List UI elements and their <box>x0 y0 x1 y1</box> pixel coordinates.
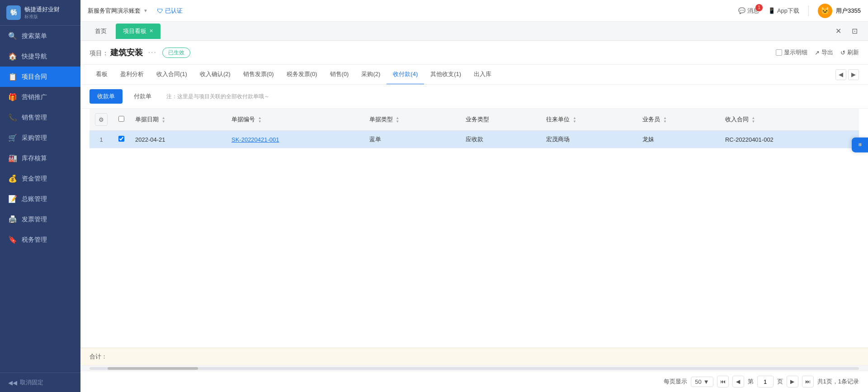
select-all-checkbox[interactable] <box>118 116 124 122</box>
sort-doc-no[interactable]: ▲▼ <box>258 116 262 124</box>
scrollbar-track[interactable] <box>90 367 859 370</box>
col-doc-no[interactable]: 单据编号 ▲▼ <box>226 109 364 131</box>
topbar: 新服务官网演示账套 ▼ 🛡 已认证 💬 消息 1 📱 App下载 🐱 用户335… <box>80 0 868 22</box>
sub-tab-profit[interactable]: 盈利分析 <box>114 65 150 85</box>
user-menu[interactable]: 🐱 用户3355 <box>818 4 861 18</box>
refresh-button[interactable]: ↺ 刷新 <box>840 48 859 57</box>
message-badge: 1 <box>755 4 763 11</box>
next-page-button[interactable]: ▶ <box>787 376 798 387</box>
last-page-button[interactable]: ⏭ <box>802 376 814 387</box>
sub-tab-sales[interactable]: 销售(0) <box>324 65 355 85</box>
sub-tab-sales-invoice[interactable]: 销售发票(0) <box>237 65 280 85</box>
prev-page-button[interactable]: ◀ <box>732 376 744 387</box>
sidebar-item-tax-mgmt[interactable]: 🔖 税务管理 <box>0 229 80 250</box>
sub-tab-board[interactable]: 看板 <box>90 65 114 85</box>
dropdown-arrow: ▼ <box>703 378 709 385</box>
sub-tab-receipt[interactable]: 收付款(4) <box>387 65 424 85</box>
cell-income-contract: RC-20220401-002 <box>720 131 859 148</box>
subsub-tab-payment[interactable]: 付款单 <box>126 89 159 104</box>
sort-partner[interactable]: ▲▼ <box>573 116 576 124</box>
tab-project-board[interactable]: 项目看板 ✕ <box>116 24 160 39</box>
page-size-label: 每页显示 <box>664 378 687 386</box>
cell-biz-type: 应收款 <box>460 131 541 148</box>
col-doc-type[interactable]: 单据类型 ▲▼ <box>364 109 460 131</box>
page-word2: 页 <box>777 378 783 386</box>
scrollbar-thumb[interactable] <box>108 367 198 370</box>
sidebar-item-general-ledger[interactable]: 📝 总账管理 <box>0 189 80 209</box>
sort-doc-type[interactable]: ▲▼ <box>396 116 399 124</box>
page-content: 项目： 建筑安装 ··· 已生效 显示明细 ↗ 导出 ↺ 刷新 <box>80 41 868 392</box>
row-checkbox[interactable] <box>118 136 124 142</box>
sub-tab-next-button[interactable]: ▶ <box>848 69 859 80</box>
sidebar-item-quick-nav[interactable]: 🏠 快捷导航 <box>0 46 80 67</box>
sidebar-item-project-contract[interactable]: 📋 项目合同 <box>0 67 80 87</box>
col-doc-date[interactable]: 单据日期 ▲▼ <box>130 109 226 131</box>
account-selector[interactable]: 新服务官网演示账套 ▼ <box>88 7 148 15</box>
app-download-button[interactable]: 📱 App下载 <box>768 7 799 15</box>
project-more-button[interactable]: ··· <box>148 48 157 57</box>
export-icon: ↗ <box>815 49 820 56</box>
col-income-contract[interactable]: 收入合同 ▲▼ <box>720 109 859 131</box>
window-maximize-button[interactable]: ⊡ <box>848 25 861 38</box>
total-label: 合计： <box>90 353 107 361</box>
row-num: 1 <box>90 131 113 148</box>
page-number-input[interactable] <box>757 376 774 387</box>
sub-tab-other-expense[interactable]: 其他收支(1) <box>424 65 467 85</box>
project-title: 建筑安装 <box>110 48 143 57</box>
sidebar-item-invoice-mgmt[interactable]: 🖨️ 发票管理 <box>0 209 80 229</box>
sort-doc-date[interactable]: ▲▼ <box>162 116 165 124</box>
sub-tabs: 看板 盈利分析 收入合同(1) 收入确认(2) 销售发票(0) 税务发票(0) … <box>80 65 868 85</box>
sidebar-item-search[interactable]: 🔍 搜索菜单 <box>0 26 80 46</box>
sub-tab-prev-button[interactable]: ◀ <box>835 69 846 80</box>
project-header: 项目： 建筑安装 ··· 已生效 显示明细 ↗ 导出 ↺ 刷新 <box>80 41 868 65</box>
row-checkbox-cell <box>113 131 130 148</box>
sidebar-item-inventory[interactable]: 🏭 库存核算 <box>0 148 80 168</box>
tax-icon: 🔖 <box>8 235 17 244</box>
main-content: 新服务官网演示账套 ▼ 🛡 已认证 💬 消息 1 📱 App下载 🐱 用户335… <box>80 0 868 392</box>
cell-doc-type: 蓝单 <box>364 131 460 148</box>
message-button[interactable]: 💬 消息 1 <box>738 7 759 15</box>
cell-doc-no[interactable]: SK-20220421-001 <box>226 131 364 148</box>
table-row[interactable]: 1 2022-04-21 SK-20220421-001 蓝单 应收款 宏茂商场… <box>90 131 859 148</box>
refresh-icon: ↺ <box>840 49 845 56</box>
first-page-button[interactable]: ⏮ <box>717 376 729 387</box>
sidebar-item-purchase-mgmt[interactable]: 🛒 采购管理 <box>0 128 80 148</box>
purchase-icon: 🛒 <box>8 134 17 142</box>
table-container: ⚙ 单据日期 ▲▼ 单据编号 ▲▼ <box>80 109 868 348</box>
scrollbar-area <box>80 365 868 371</box>
account-dropdown-arrow: ▼ <box>143 8 148 13</box>
sidebar: 畅 畅捷通好业财 标准版 🔍 搜索菜单 🏠 快捷导航 📋 项目合同 🎁 营销推广… <box>0 0 80 392</box>
sort-salesman[interactable]: ▲▼ <box>663 116 667 124</box>
project-icon: 📋 <box>8 72 17 81</box>
sub-tab-income-confirm[interactable]: 收入确认(2) <box>193 65 237 85</box>
subsub-tab-receipt[interactable]: 收款单 <box>90 89 123 104</box>
page-size-select[interactable]: 50 ▼ <box>691 377 713 387</box>
sidebar-unpin-button[interactable]: ◀◀ 取消固定 <box>0 373 80 392</box>
col-partner[interactable]: 往来单位 ▲▼ <box>541 109 637 131</box>
subsub-tabs: 收款单 付款单 注：这里是与项目关联的全部收付款单哦～ <box>80 85 868 109</box>
cell-salesman: 龙妹 <box>637 131 719 148</box>
column-settings-button[interactable]: ⚙ <box>95 113 108 126</box>
sub-tab-income-contract[interactable]: 收入合同(1) <box>150 65 193 85</box>
show-detail-toggle[interactable]: 显示明细 <box>776 48 807 57</box>
tab-close-icon[interactable]: ✕ <box>149 28 153 34</box>
sub-tab-nav: ◀ ▶ <box>835 69 859 80</box>
tab-home[interactable]: 首页 <box>88 24 114 39</box>
window-close-button[interactable]: ✕ <box>832 25 844 38</box>
inventory-icon: 🏭 <box>8 154 17 163</box>
export-button[interactable]: ↗ 导出 <box>815 48 833 57</box>
username-label: 用户3355 <box>836 7 861 15</box>
pin-icon: ◀◀ <box>8 379 17 386</box>
sort-income-contract[interactable]: ▲▼ <box>752 116 755 124</box>
col-salesman[interactable]: 业务员 ▲▼ <box>637 109 719 131</box>
sidebar-item-marketing[interactable]: 🎁 营销推广 <box>0 87 80 107</box>
tabbar: 首页 项目看板 ✕ ✕ ⊡ <box>80 22 868 41</box>
sidebar-item-sales-mgmt[interactable]: 📞 销售管理 <box>0 107 80 128</box>
ledger-icon: 📝 <box>8 195 17 203</box>
sidebar-item-fund-mgmt[interactable]: 💰 资金管理 <box>0 168 80 189</box>
sub-tab-in-out[interactable]: 出入库 <box>467 65 498 85</box>
sub-tab-tax-invoice[interactable]: 税务发票(0) <box>280 65 324 85</box>
sub-tab-purchase[interactable]: 采购(2) <box>355 65 387 85</box>
doc-no-link[interactable]: SK-20220421-001 <box>231 136 279 143</box>
floating-panel-button[interactable]: ≡ <box>852 138 868 153</box>
